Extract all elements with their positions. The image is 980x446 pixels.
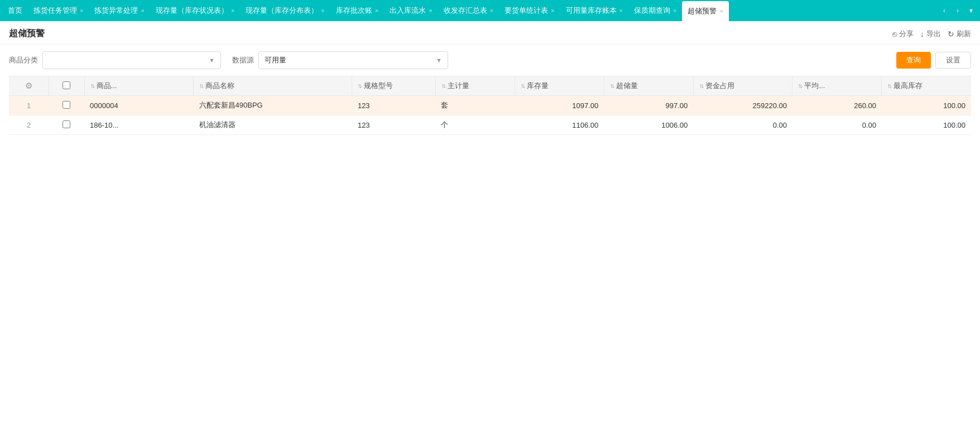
sort-icon: ⇅ [887, 83, 892, 89]
close-icon[interactable]: × [80, 7, 83, 14]
product-unit: 个 [435, 115, 515, 135]
nav-summary[interactable]: 收发存汇总表 × [438, 0, 499, 21]
nav-task-mgmt[interactable]: 拣货任务管理 × [28, 0, 89, 21]
nav-overstock[interactable]: 超储预警 × [682, 1, 728, 21]
row-checkbox-cell [49, 96, 84, 115]
nav-arrows: ‹ › ▾ [938, 0, 978, 21]
sort-icon: ⇅ [441, 83, 446, 89]
filter-action-buttons: 查询 设置 [896, 52, 971, 69]
avg-cost: 0.00 [792, 115, 882, 135]
th-name[interactable]: ⇅ 商品名称 [194, 76, 352, 96]
nav-more-button[interactable]: ▾ [964, 0, 978, 21]
nav-inventory-dist[interactable]: 现存量（库存分布表） × [240, 0, 330, 21]
sort-icon: ⇅ [358, 83, 362, 89]
nav-flow[interactable]: 出入库流水 × [384, 0, 438, 21]
close-icon[interactable]: × [551, 7, 554, 14]
nav-expiry[interactable]: 保质期查询 × [628, 0, 682, 21]
th-capital[interactable]: ⇅ 资金占用 [693, 76, 792, 96]
row-checkbox[interactable] [63, 101, 70, 109]
page-title: 超储预警 [9, 28, 45, 40]
overstock-qty: 1006.00 [604, 115, 693, 135]
th-unit[interactable]: ⇅ 主计量 [435, 76, 515, 96]
datasource-filter: 数据源 可用量 ▼ [232, 51, 448, 69]
product-code: 186-10... [84, 115, 194, 135]
th-checkbox [49, 76, 84, 96]
category-filter: 商品分类 ▼ [9, 51, 221, 69]
query-button[interactable]: 查询 [896, 52, 931, 69]
close-icon[interactable]: × [429, 7, 432, 14]
stock-qty: 1106.00 [515, 115, 604, 135]
product-spec: 123 [352, 96, 435, 115]
close-icon[interactable]: × [321, 7, 324, 14]
filter-bar: 商品分类 ▼ 数据源 可用量 ▼ 查询 设置 [0, 45, 980, 76]
sort-icon: ⇅ [521, 83, 525, 89]
chevron-down-icon: ▼ [436, 57, 442, 64]
max-stock: 100.00 [882, 96, 971, 115]
datasource-value: 可用量 [265, 55, 286, 65]
th-over[interactable]: ⇅ 超储量 [604, 76, 693, 96]
sort-icon: ⇅ [199, 83, 204, 89]
category-select[interactable]: ▼ [42, 51, 221, 69]
table-row: 2 186-10... 机油滤清器 123 个 1106.00 1006.00 … [9, 115, 971, 135]
avg-cost: 260.00 [792, 96, 882, 115]
header-actions: ⎋ 分享 ↓ 导出 ↻ 刷新 [892, 29, 971, 39]
row-checkbox-cell [49, 115, 84, 135]
table-body: 1 0000004 六配套新昌490BPG 123 套 1097.00 997.… [9, 96, 971, 135]
overstock-qty: 997.00 [604, 96, 693, 115]
table-container: ⚙ ⇅ 商品... ⇅ 商品名称 [0, 76, 980, 135]
top-nav: 首页 拣货任务管理 × 拣货异常处理 × 现存量（库存状况表） × 现存量（库存… [0, 0, 980, 21]
capital-occupied: 0.00 [693, 115, 792, 135]
sort-icon: ⇅ [699, 83, 704, 89]
share-icon: ⎋ [892, 30, 897, 38]
close-icon[interactable]: × [619, 7, 623, 14]
datasource-label: 数据源 [232, 55, 254, 65]
th-stock[interactable]: ⇅ 库存量 [515, 76, 604, 96]
select-all-checkbox[interactable] [63, 81, 70, 89]
data-table: ⚙ ⇅ 商品... ⇅ 商品名称 [9, 76, 971, 135]
capital-occupied: 259220.00 [693, 96, 792, 115]
nav-inventory-status[interactable]: 现存量（库存状况表） × [150, 0, 240, 21]
nav-batch[interactable]: 库存批次账 × [330, 0, 384, 21]
nav-prev-button[interactable]: ‹ [938, 0, 951, 21]
product-spec: 123 [352, 115, 435, 135]
product-name: 六配套新昌490BPG [194, 96, 352, 115]
close-icon[interactable]: × [490, 7, 493, 14]
th-max[interactable]: ⇅ 最高库存 [882, 76, 971, 96]
refresh-button[interactable]: ↻ 刷新 [948, 29, 971, 39]
chevron-down-icon: ▼ [209, 57, 215, 64]
category-label: 商品分类 [9, 55, 38, 65]
refresh-icon: ↻ [948, 30, 954, 38]
page-header: 超储预警 ⎋ 分享 ↓ 导出 ↻ 刷新 [0, 21, 980, 45]
close-icon[interactable]: × [719, 8, 723, 14]
product-name: 机油滤清器 [194, 115, 352, 135]
th-avg[interactable]: ⇅ 平均... [792, 76, 882, 96]
main-content: 超储预警 ⎋ 分享 ↓ 导出 ↻ 刷新 商品分类 ▼ 数据源 [0, 21, 980, 446]
export-button[interactable]: ↓ 导出 [920, 29, 941, 39]
product-unit: 套 [435, 96, 515, 115]
table-row: 1 0000004 六配套新昌490BPG 123 套 1097.00 997.… [9, 96, 971, 115]
nav-abnormal[interactable]: 拣货异常处理 × [89, 0, 150, 21]
row-index: 2 [9, 115, 49, 135]
close-icon[interactable]: × [673, 7, 676, 14]
nav-home[interactable]: 首页 [2, 0, 28, 21]
row-checkbox[interactable] [63, 120, 70, 128]
nav-available-ledger[interactable]: 可用量库存账本 × [560, 0, 628, 21]
share-button[interactable]: ⎋ 分享 [892, 29, 914, 39]
nav-order-stats[interactable]: 要货单统计表 × [499, 0, 560, 21]
th-spec[interactable]: ⇅ 规格型号 [352, 76, 435, 96]
table-header-row: ⚙ ⇅ 商品... ⇅ 商品名称 [9, 76, 971, 96]
close-icon[interactable]: × [141, 7, 144, 14]
close-icon[interactable]: × [231, 7, 234, 14]
th-code[interactable]: ⇅ 商品... [84, 76, 194, 96]
sort-icon: ⇅ [798, 83, 803, 89]
product-code: 0000004 [84, 96, 194, 115]
export-icon: ↓ [920, 30, 924, 38]
close-icon[interactable]: × [375, 7, 378, 14]
nav-next-button[interactable]: › [951, 0, 964, 21]
sort-icon: ⇅ [90, 83, 95, 89]
row-index: 1 [9, 96, 49, 115]
th-gear[interactable]: ⚙ [9, 76, 49, 96]
datasource-select[interactable]: 可用量 ▼ [258, 51, 448, 69]
sort-icon: ⇅ [610, 83, 614, 89]
settings-button[interactable]: 设置 [935, 52, 971, 69]
